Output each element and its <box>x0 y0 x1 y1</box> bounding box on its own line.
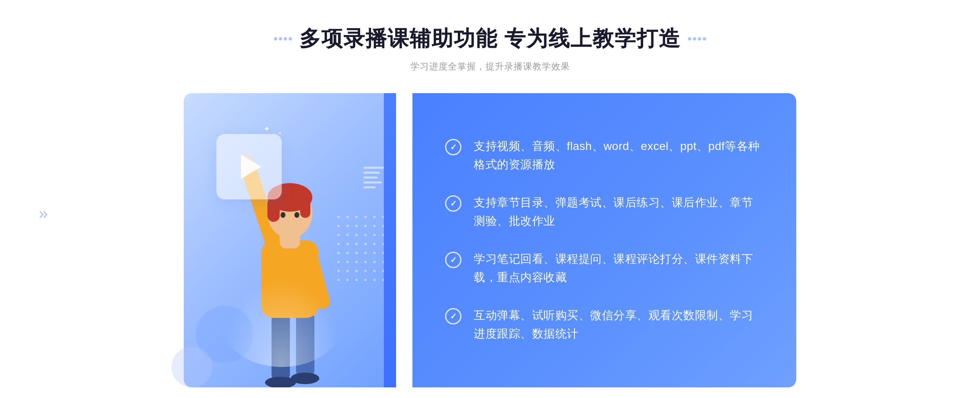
illus-background: ✦ ✦ <box>184 93 396 387</box>
line-decoration <box>363 167 384 191</box>
illustration-panel: ✦ ✦ <box>184 93 412 387</box>
feature-item-3: 学习笔记回看、课程提问、课程评论打分、课件资料下载，重点内容收藏 <box>445 250 764 287</box>
svg-point-13 <box>294 212 299 218</box>
feature-item-1: 支持视频、音频、flash、word、excel、ppt、pdf等各种格式的资源… <box>445 137 764 174</box>
play-icon <box>241 154 261 179</box>
svg-rect-11 <box>300 197 310 218</box>
dot-grid-decoration <box>337 216 388 284</box>
title-deco-right <box>688 37 706 40</box>
main-content: ✦ ✦ <box>184 93 796 387</box>
feature-item-2: 支持章节目录、弹题考试、课后练习、课后作业、章节测验、批改作业 <box>445 194 764 230</box>
sparkle-decoration-1: ✦ <box>263 124 270 134</box>
check-icon-2 <box>445 195 461 212</box>
feature-text-1: 支持视频、音频、flash、word、excel、ppt、pdf等各种格式的资源… <box>474 137 764 174</box>
feature-text-4: 互动弹幕、试听购买、微信分享、观看次数限制、学习进度跟踪、数据统计 <box>474 306 764 343</box>
deco-circle-2 <box>172 347 212 387</box>
svg-rect-10 <box>267 197 280 222</box>
outer-left-chevron: » <box>39 204 48 223</box>
sparkle-decoration-2: ✦ <box>278 130 283 136</box>
check-icon-1 <box>445 139 461 155</box>
feature-text-2: 支持章节目录、弹题考试、课后练习、课后作业、章节测验、批改作业 <box>474 194 764 230</box>
check-icon-3 <box>445 252 461 268</box>
page-title: 多项录播课辅助功能 专为线上教学打造 <box>299 25 681 53</box>
light-beam <box>220 277 343 367</box>
svg-point-3 <box>291 373 319 384</box>
play-card <box>216 134 282 199</box>
title-deco-left <box>274 37 292 40</box>
feature-item-4: 互动弹幕、试听购买、微信分享、观看次数限制、学习进度跟踪、数据统计 <box>445 306 764 343</box>
connector-strip <box>384 93 396 387</box>
check-icon-4 <box>445 308 461 324</box>
svg-point-12 <box>281 212 285 218</box>
page-subtitle: 学习进度全掌握，提升录播课教学效果 <box>410 60 570 73</box>
page-header: 多项录播课辅助功能 专为线上教学打造 <box>274 25 706 53</box>
features-panel: 支持视频、音频、flash、word、excel、ppt、pdf等各种格式的资源… <box>412 93 796 387</box>
page-container: 多项录播课辅助功能 专为线上教学打造 学习进度全掌握，提升录播课教学效果 » <box>0 0 980 398</box>
feature-text-3: 学习笔记回看、课程提问、课程评论打分、课件资料下载，重点内容收藏 <box>474 250 764 287</box>
